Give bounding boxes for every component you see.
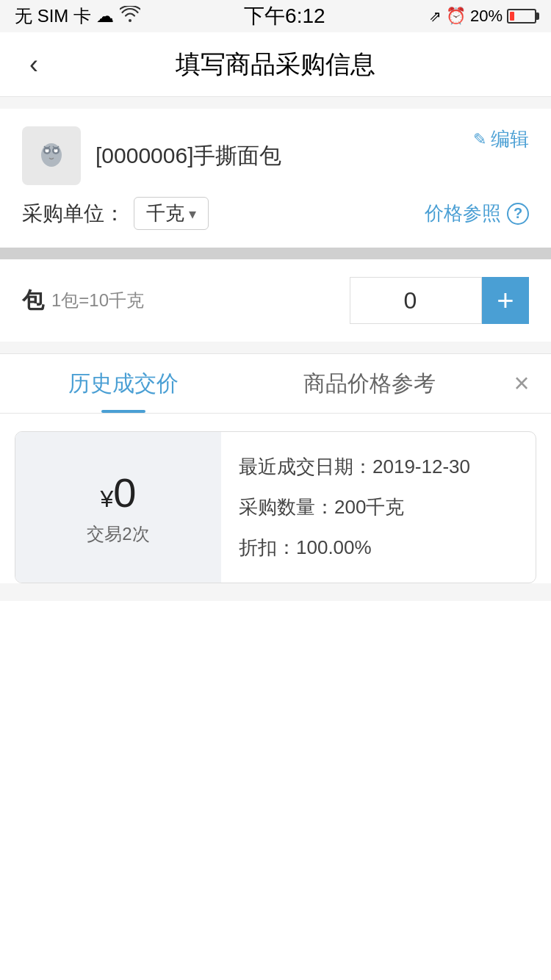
battery-percent: 20% <box>470 7 503 26</box>
purchase-quantity-label: 采购数量： <box>239 496 334 518</box>
quantity-control: + <box>350 277 529 324</box>
quantity-label: 包 1包=10千克 <box>22 286 144 316</box>
price-amount: ¥0 <box>101 469 137 516</box>
unit-row: 采购单位： 千克 ▾ 价格参照 ? <box>22 197 529 230</box>
unit-select[interactable]: 千克 ▾ <box>134 197 209 230</box>
section-divider <box>0 248 551 259</box>
edit-button[interactable]: ✎ 编辑 <box>473 126 529 152</box>
transaction-count: 交易2次 <box>87 522 149 546</box>
empty-content-area <box>0 601 551 980</box>
tab-active-indicator <box>101 410 145 413</box>
wifi-icon <box>120 6 140 26</box>
unit-value: 千克 <box>146 201 184 226</box>
price-summary-panel: ¥0 交易2次 <box>15 432 221 583</box>
quantity-input[interactable] <box>350 277 482 324</box>
alarm-icon: ⏰ <box>446 7 466 26</box>
brand-logo-icon <box>33 134 70 177</box>
currency-symbol: ¥ <box>101 486 114 512</box>
location-icon: ⇗ <box>429 7 442 25</box>
tab-history-price-label: 历史成交价 <box>68 369 179 399</box>
product-logo <box>22 126 81 185</box>
tab-close-button[interactable]: × <box>492 354 551 413</box>
edit-label: 编辑 <box>491 126 529 152</box>
sim-label: 无 SIM 卡 ☁ <box>15 4 114 28</box>
status-left: 无 SIM 卡 ☁ <box>15 4 140 28</box>
dropdown-arrow-icon: ▾ <box>189 205 196 223</box>
unit-label: 采购单位： 千克 ▾ <box>22 197 209 230</box>
price-detail-panel: 最近成交日期：2019-12-30 采购数量：200千克 折扣：100.00% <box>221 432 536 583</box>
product-name-row: [0000006]手撕面包 ✎ 编辑 <box>22 126 529 185</box>
tab-product-price-ref[interactable]: 商品价格参考 <box>246 354 492 413</box>
page-title: 填写商品采购信息 <box>176 48 375 82</box>
price-card: ¥0 交易2次 最近成交日期：2019-12-30 采购数量：200千克 折扣：… <box>15 431 536 583</box>
status-right: ⇗ ⏰ 20% <box>429 7 536 26</box>
tab-history-price[interactable]: 历史成交价 <box>0 354 246 413</box>
quantity-unit: 包 <box>22 286 44 316</box>
discount-row: 折扣：100.00% <box>239 533 518 562</box>
product-left: [0000006]手撕面包 <box>22 126 281 185</box>
quantity-row: 包 1包=10千克 + <box>0 259 551 342</box>
recent-date-label: 最近成交日期： <box>239 455 372 478</box>
status-time: 下午6:12 <box>244 2 325 30</box>
price-ref-label: 价格参照 <box>425 201 501 226</box>
price-ref-button[interactable]: 价格参照 ? <box>425 201 529 226</box>
tabs-header: 历史成交价 商品价格参考 × <box>0 354 551 414</box>
quantity-plus-button[interactable]: + <box>482 277 529 324</box>
battery-icon <box>507 9 536 24</box>
recent-date-value: 2019-12-30 <box>372 455 470 478</box>
purchase-quantity-value: 200千克 <box>334 496 404 518</box>
discount-value: 100.00% <box>296 536 372 558</box>
status-bar: 无 SIM 卡 ☁ 下午6:12 ⇗ ⏰ 20% <box>0 0 551 32</box>
product-card: [0000006]手撕面包 ✎ 编辑 采购单位： 千克 ▾ 价格参照 ? <box>0 109 551 248</box>
quantity-equiv: 1包=10千克 <box>51 289 144 312</box>
page-header: ‹ 填写商品采购信息 <box>0 32 551 97</box>
product-name: [0000006]手撕面包 <box>96 141 281 171</box>
back-button[interactable]: ‹ <box>18 48 50 81</box>
tab-product-price-ref-label: 商品价格参考 <box>303 369 436 399</box>
tabs-section: 历史成交价 商品价格参考 × ¥0 交易2次 最近成交日期：2019-12-30… <box>0 353 551 583</box>
purchase-quantity-row: 采购数量：200千克 <box>239 493 518 522</box>
recent-date-row: 最近成交日期：2019-12-30 <box>239 453 518 481</box>
info-icon: ? <box>507 203 529 225</box>
edit-icon: ✎ <box>473 130 486 149</box>
discount-label: 折扣： <box>239 536 296 558</box>
